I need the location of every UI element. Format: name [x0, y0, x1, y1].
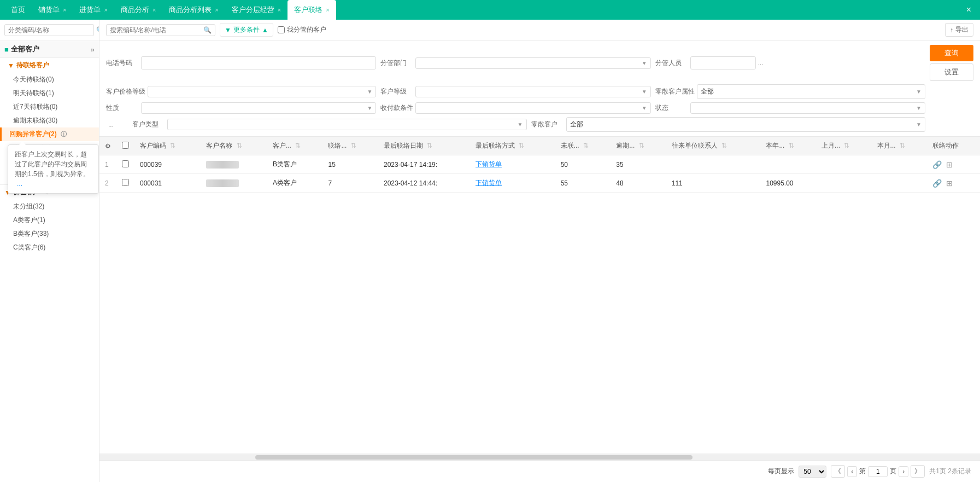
retail-attr-down-icon: ▼: [916, 89, 922, 95]
close-product-list-icon[interactable]: ×: [215, 7, 218, 13]
sidebar-item-today[interactable]: 今天待联络(0): [0, 73, 99, 86]
cust-type-select[interactable]: ▼: [167, 119, 527, 130]
cell-contact-count: 7: [322, 174, 378, 193]
sort-date-icon[interactable]: ⇅: [427, 142, 432, 149]
row-checkbox-1[interactable]: [122, 179, 129, 186]
nav-sales[interactable]: 销货单 ×: [32, 0, 73, 20]
th-checkbox[interactable]: [116, 137, 134, 155]
dept-select[interactable]: ▼: [415, 57, 650, 69]
th-settings[interactable]: ⚙: [99, 137, 116, 155]
filter-gender: 性质 ▼: [106, 102, 376, 114]
settings-button[interactable]: 设置: [930, 63, 973, 81]
sort-person-icon[interactable]: ⇅: [721, 142, 727, 149]
sort-last-month-icon[interactable]: ⇅: [844, 142, 849, 149]
filter-row-3: 性质 ▼ 收付款条件 ▼ 状态: [106, 102, 973, 114]
cell-this-year: [760, 155, 816, 174]
more-conditions-btn[interactable]: ▼ 更多条件 ▲: [220, 23, 273, 37]
query-button[interactable]: 查询: [930, 45, 973, 61]
close-product-analysis-icon[interactable]: ×: [152, 7, 156, 13]
prev-page-btn[interactable]: ‹: [847, 466, 857, 477]
cell-contact-count: 15: [322, 155, 378, 174]
more-filters-icon[interactable]: ...: [106, 121, 116, 129]
cell-cust-level: B类客户: [267, 155, 323, 174]
nav-purchase[interactable]: 进货单 ×: [73, 0, 114, 20]
pending-group-title[interactable]: ▼ 待联络客户: [0, 58, 99, 73]
cell-check[interactable]: [116, 155, 134, 174]
filter-dept: 分管部门 ▼: [380, 57, 650, 69]
sort-year-icon[interactable]: ⇅: [789, 142, 794, 149]
first-page-btn[interactable]: 《: [831, 465, 845, 478]
close-contact-icon[interactable]: ×: [326, 7, 329, 13]
action-link-icon[interactable]: 🔗: [932, 160, 942, 169]
nav-home[interactable]: 首页: [4, 0, 32, 20]
close-tier-icon[interactable]: ×: [278, 7, 281, 13]
all-customers-header[interactable]: ■ 全部客户 »: [0, 41, 99, 58]
phone-input[interactable]: [141, 56, 376, 69]
gender-select[interactable]: ▼: [141, 102, 376, 114]
retail-cust-select[interactable]: 全部 ▼: [566, 117, 926, 132]
price-level-select[interactable]: ▼: [148, 86, 376, 97]
price-down-icon: ▼: [367, 89, 372, 95]
sort-code-icon[interactable]: ⇅: [170, 142, 175, 149]
select-all-checkbox[interactable]: [122, 142, 129, 149]
cell-no-contact: 55: [555, 174, 611, 193]
last-page-btn[interactable]: 》: [911, 465, 925, 478]
action-grid-icon[interactable]: ⊞: [946, 179, 953, 188]
my-customers-checkbox[interactable]: [278, 26, 285, 33]
sort-level-icon[interactable]: ⇅: [295, 142, 301, 149]
sidebar-item-tomorrow[interactable]: 明天待联络(1): [0, 86, 99, 100]
status-select[interactable]: ▼: [690, 102, 925, 114]
sort-contact-icon[interactable]: ⇅: [351, 142, 356, 149]
action-link-icon[interactable]: 🔗: [932, 179, 942, 188]
cell-check[interactable]: [116, 174, 134, 193]
sidebar-item-repurchase[interactable]: 回购异常客户(2) ⓘ: [0, 127, 99, 141]
close-purchase-icon[interactable]: ×: [104, 7, 107, 13]
nav-customer-tier[interactable]: 客户分层经营 ×: [225, 0, 287, 20]
cust-type-down-icon: ▼: [518, 121, 523, 127]
close-sales-icon[interactable]: ×: [63, 7, 66, 13]
sort-no-contact-icon[interactable]: ⇅: [583, 142, 589, 149]
sort-this-month-icon[interactable]: ⇅: [900, 142, 905, 149]
nav-product-analysis[interactable]: 商品分析 ×: [114, 0, 162, 20]
toolbar-search-box: 🔍: [106, 24, 215, 36]
export-btn[interactable]: ↑ 导出: [945, 23, 973, 37]
collapse-sidebar-icon[interactable]: »: [91, 45, 95, 54]
cell-last-way[interactable]: 下销货单: [470, 155, 555, 174]
sidebar-search-input[interactable]: [4, 24, 94, 36]
cell-last-way[interactable]: 下销货单: [470, 174, 555, 193]
sort-way-icon[interactable]: ⇅: [519, 142, 524, 149]
filter-person: 分管人员 ...: [655, 56, 925, 69]
cell-action: 🔗 ⊞: [927, 155, 980, 174]
sidebar-item-week[interactable]: 近7天待联络(0): [0, 100, 99, 114]
person-dots-icon[interactable]: ...: [756, 59, 766, 67]
scroll-thumb[interactable]: [255, 455, 693, 460]
cell-contact-person: [666, 155, 761, 174]
sidebar-search-area: 🔍: [0, 20, 99, 41]
close-all-tabs[interactable]: ×: [962, 5, 976, 15]
action-grid-icon[interactable]: ⊞: [946, 160, 953, 169]
sidebar-item-ungrouped[interactable]: 未分组(32): [0, 200, 99, 213]
cust-level-select[interactable]: ▼: [415, 86, 650, 97]
next-page-btn[interactable]: ›: [899, 466, 908, 477]
payment-select[interactable]: ▼: [415, 102, 650, 114]
sidebar-item-c-class[interactable]: C类客户(6): [0, 241, 99, 254]
sort-name-icon[interactable]: ⇅: [237, 142, 242, 149]
per-page-select[interactable]: 50 100 200: [799, 466, 826, 478]
page-number-input[interactable]: [868, 466, 888, 477]
sort-overdue-icon[interactable]: ⇅: [639, 142, 644, 149]
sidebar: 🔍 ■ 全部客户 » ▼ 待联络客户 今天待联络(0) 明天待联络(1) 近7天…: [0, 20, 99, 482]
nav-product-list[interactable]: 商品分析列表 ×: [162, 0, 225, 20]
row-checkbox-0[interactable]: [122, 160, 129, 167]
cell-last-month: [816, 174, 872, 193]
search-input[interactable]: [110, 26, 201, 34]
retail-attr-select[interactable]: 全部 ▼: [697, 84, 925, 99]
sidebar-search-icon[interactable]: 🔍: [96, 26, 99, 34]
sidebar-item-a-class[interactable]: A类客户(1): [0, 213, 99, 227]
my-customers-check[interactable]: 我分管的客户: [278, 25, 326, 34]
sidebar-item-overdue[interactable]: 逾期未联络(30): [0, 114, 99, 127]
search-icon[interactable]: 🔍: [203, 26, 212, 34]
sidebar-item-b-class[interactable]: B类客户(33): [0, 227, 99, 241]
nav-customer-contact[interactable]: 客户联络 ×: [287, 0, 336, 20]
horizontal-scrollbar[interactable]: [99, 454, 980, 460]
person-input[interactable]: [690, 56, 756, 69]
